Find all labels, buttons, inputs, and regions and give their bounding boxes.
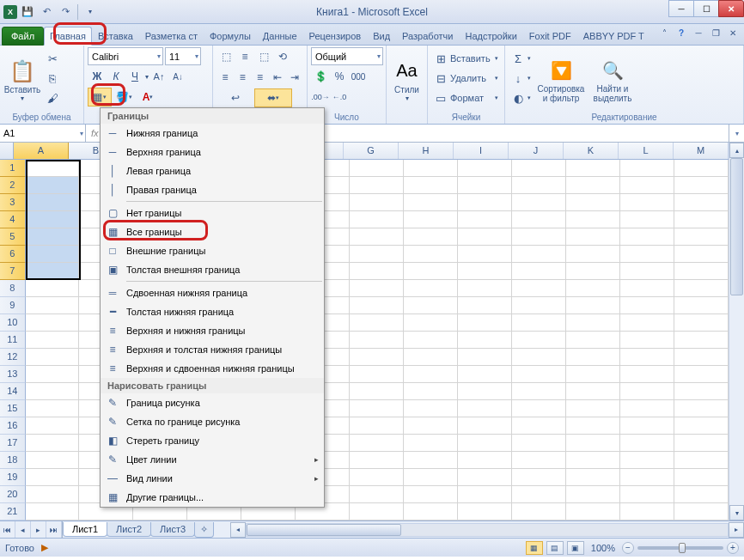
cell[interactable] [674, 435, 729, 452]
cell[interactable] [458, 417, 512, 435]
decrease-decimal-button[interactable]: ←.0 [330, 88, 349, 107]
column-header[interactable]: A [14, 143, 69, 159]
cell[interactable] [620, 349, 674, 366]
row-header[interactable]: 1 [0, 160, 26, 177]
cell[interactable] [26, 228, 80, 246]
row-header[interactable]: 17 [0, 435, 26, 452]
cell[interactable] [458, 366, 512, 383]
menu-item-bottom[interactable]: ─Нижняя граница [101, 124, 324, 143]
increase-decimal-button[interactable]: .00→ [311, 88, 330, 107]
cell[interactable] [512, 400, 566, 417]
row-header[interactable]: 15 [0, 400, 26, 417]
close-button[interactable]: ✕ [718, 0, 744, 17]
cell[interactable] [512, 280, 566, 297]
zoom-slider[interactable] [637, 546, 723, 550]
font-color-button[interactable]: A▾ [136, 88, 160, 107]
menu-item-right[interactable]: │Правая граница [101, 180, 324, 199]
cell[interactable] [512, 486, 566, 503]
row-header[interactable]: 3 [0, 194, 26, 211]
indent-inc-button[interactable]: ⇥ [286, 68, 303, 87]
row-header[interactable]: 16 [0, 417, 26, 435]
column-header[interactable]: M [674, 143, 729, 159]
row-header[interactable]: 21 [0, 503, 26, 520]
cell[interactable] [620, 211, 674, 228]
zoom-out-button[interactable]: − [622, 542, 634, 554]
cell[interactable] [458, 263, 512, 280]
minimize-button[interactable]: ─ [668, 0, 694, 17]
cell[interactable] [404, 280, 458, 297]
sheet-tab-new[interactable]: ✧ [194, 522, 214, 538]
cell[interactable] [458, 297, 512, 314]
cell[interactable] [512, 160, 566, 177]
menu-item-top[interactable]: ─Верхняя граница [101, 143, 324, 161]
cell[interactable] [566, 332, 620, 349]
qat-save-icon[interactable]: 💾 [19, 3, 36, 21]
cell[interactable] [458, 332, 512, 349]
cell[interactable] [350, 246, 404, 263]
cell[interactable] [26, 400, 80, 417]
scroll-up-button[interactable]: ▴ [729, 143, 744, 158]
italic-button[interactable]: К [107, 67, 125, 86]
tab-view[interactable]: Вид [367, 27, 396, 45]
column-header[interactable]: H [399, 143, 454, 159]
align-middle-button[interactable]: ≡ [235, 47, 254, 66]
cell[interactable] [404, 452, 458, 469]
cell[interactable] [404, 228, 458, 246]
column-header[interactable]: K [564, 143, 619, 159]
orientation-button[interactable]: ⟲ [273, 47, 292, 66]
cell[interactable] [566, 263, 620, 280]
cell[interactable] [512, 417, 566, 435]
cell[interactable] [458, 486, 512, 503]
tab-abbyy[interactable]: ABBYY PDF T [577, 27, 650, 45]
cell[interactable] [620, 263, 674, 280]
cell[interactable] [620, 297, 674, 314]
align-bottom-button[interactable]: ⬚ [254, 47, 273, 66]
cell[interactable] [404, 194, 458, 211]
cell[interactable] [674, 366, 729, 383]
align-top-button[interactable]: ⬚ [216, 47, 235, 66]
cell[interactable] [620, 469, 674, 486]
row-header[interactable]: 5 [0, 228, 26, 246]
cell[interactable] [26, 469, 80, 486]
cell[interactable] [26, 211, 80, 228]
qat-redo-icon[interactable]: ↷ [57, 3, 74, 21]
ribbon-minimize-icon[interactable]: ˄ [656, 26, 672, 40]
font-size-combo[interactable]: 11▾ [165, 47, 201, 65]
cell[interactable] [566, 417, 620, 435]
fill-color-button[interactable]: 🪣▾ [112, 88, 136, 107]
format-cells-button[interactable]: ▭Формат▾ [431, 88, 501, 107]
cell[interactable] [458, 177, 512, 194]
row-header[interactable]: 6 [0, 246, 26, 263]
mdi-minimize-icon[interactable]: ─ [691, 26, 706, 40]
cell[interactable] [458, 503, 512, 520]
cell[interactable] [566, 435, 620, 452]
cell[interactable] [674, 400, 729, 417]
menu-item-draw[interactable]: ✎Граница рисунка [101, 393, 324, 412]
sheet-nav-next[interactable]: ▸ [31, 521, 46, 538]
cell[interactable] [674, 246, 729, 263]
font-name-combo[interactable]: Calibri▾ [88, 47, 163, 65]
cell[interactable] [404, 400, 458, 417]
cell[interactable] [566, 314, 620, 332]
cell[interactable] [512, 228, 566, 246]
cell[interactable] [404, 246, 458, 263]
cell[interactable] [674, 211, 729, 228]
cell[interactable] [404, 297, 458, 314]
underline-button[interactable]: Ч [125, 67, 144, 86]
cell[interactable] [26, 177, 80, 194]
cell[interactable] [674, 469, 729, 486]
cell[interactable] [566, 297, 620, 314]
cell[interactable] [26, 332, 80, 349]
cell[interactable] [620, 194, 674, 211]
row-header[interactable]: 12 [0, 349, 26, 366]
sheet-nav-last[interactable]: ⏭ [46, 521, 62, 538]
cell[interactable] [350, 297, 404, 314]
cell[interactable] [26, 160, 80, 177]
cell[interactable] [566, 160, 620, 177]
tab-foxit[interactable]: Foxit PDF [523, 27, 577, 45]
mdi-close-icon[interactable]: ✕ [725, 26, 741, 40]
qat-dropdown-icon[interactable]: ▾ [82, 3, 99, 21]
cell[interactable] [512, 246, 566, 263]
hscroll-thumb[interactable] [247, 524, 401, 536]
cell[interactable] [404, 435, 458, 452]
